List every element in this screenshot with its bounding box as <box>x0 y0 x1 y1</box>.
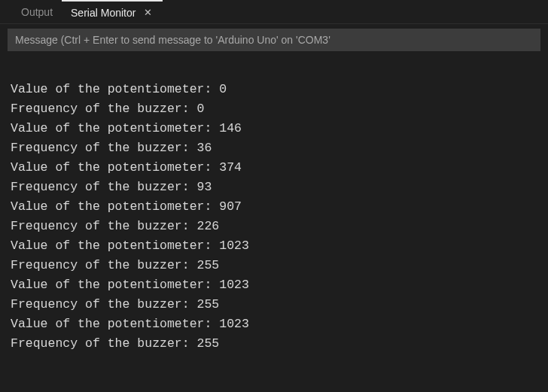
console-line: Value of the potentiometer: 374 <box>11 158 537 178</box>
console-line: Value of the potentiometer: 1023 <box>11 315 537 334</box>
console-line: Frequency of the buzzer: 0 <box>11 99 537 119</box>
console-line: Value of the potentiometer: 0 <box>11 80 537 99</box>
console-line: Value of the potentiometer: 146 <box>11 119 537 138</box>
console-line: Frequency of the buzzer: 36 <box>11 138 537 158</box>
message-input[interactable] <box>15 34 533 46</box>
tab-output[interactable]: Output <box>12 0 62 23</box>
close-icon[interactable]: ✕ <box>142 7 154 19</box>
tab-output-label: Output <box>21 6 53 18</box>
console-output: Value of the potentiometer: 0Frequency o… <box>0 56 548 364</box>
console-line: Value of the potentiometer: 1023 <box>11 236 537 256</box>
console-line: Frequency of the buzzer: 226 <box>11 217 537 236</box>
console-line: Frequency of the buzzer: 255 <box>11 334 537 354</box>
tab-bar: Output Serial Monitor ✕ <box>0 0 548 24</box>
console-line: Frequency of the buzzer: 255 <box>11 256 537 275</box>
console-line: Frequency of the buzzer: 255 <box>11 295 537 315</box>
console-line: Value of the potentiometer: 907 <box>11 197 537 217</box>
console-line: Value of the potentiometer: 1023 <box>11 275 537 295</box>
message-bar <box>8 29 540 51</box>
tab-serial-monitor-label: Serial Monitor <box>71 7 135 19</box>
tab-serial-monitor[interactable]: Serial Monitor ✕ <box>62 0 163 23</box>
console-line: Frequency of the buzzer: 93 <box>11 178 537 197</box>
